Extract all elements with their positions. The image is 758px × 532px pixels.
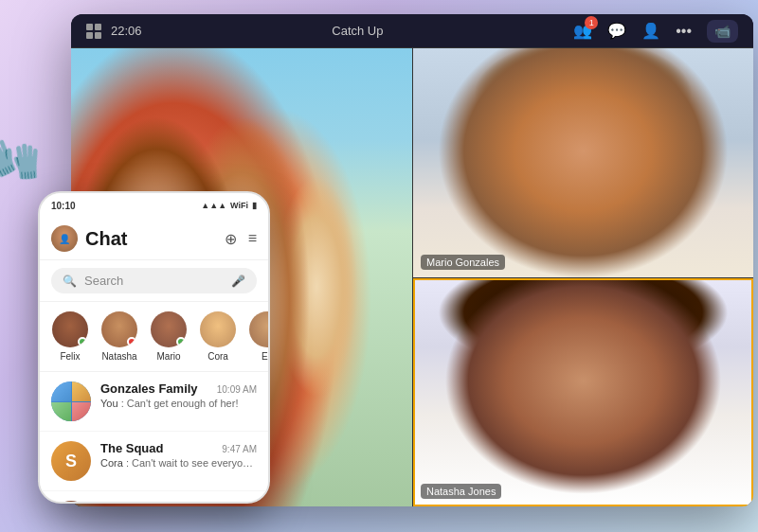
phone-header-icons: ⊕ ≡ <box>225 230 257 248</box>
chat-top-gonzales: Gonzales Family 10:09 AM <box>100 381 257 396</box>
woman-photo <box>413 278 753 506</box>
chat-msg-gonzales: Can't get enough of her! <box>127 398 239 409</box>
phone-title-row: 👤 Chat <box>51 225 127 252</box>
chat-content-mario: Mario Gonzales Yesterday Will pick up pi… <box>100 501 257 504</box>
titlebar-time: 22:06 <box>111 24 142 38</box>
contacts-row: Felix Natasha Mario Cora Eri <box>40 302 268 372</box>
notification-badge: 1 <box>585 16 598 29</box>
mario-status <box>176 337 186 346</box>
contact-er[interactable]: Eri <box>248 311 268 362</box>
chat-time-gonzales: 10:09 AM <box>217 384 257 395</box>
chat-preview-gonzales: You : Can't get enough of her! <box>100 398 257 409</box>
grid-icon[interactable] <box>86 24 101 39</box>
man-photo <box>413 48 753 277</box>
chat-item-gonzales[interactable]: Gonzales Family 10:09 AM You : Can't get… <box>40 372 268 432</box>
contact-avatar-natasha <box>101 311 137 347</box>
participant-name-natasha: Natasha Jones <box>421 484 501 499</box>
contact-name-natasha: Natasha <box>101 351 136 362</box>
compose-icon[interactable]: ⊕ <box>225 230 237 248</box>
titlebar-right: 👥 1 💬 👤 ••• 📹 <box>573 20 738 43</box>
participant-name-mario: Mario Gonzales <box>421 255 505 270</box>
search-box[interactable]: 🔍 Search 🎤 <box>51 268 257 293</box>
phone-search: 🔍 Search 🎤 <box>40 260 268 302</box>
battery-icon: ▮ <box>252 201 257 210</box>
video-top-right: Mario Gonzales <box>412 48 753 277</box>
chat-item-squad[interactable]: S The Squad 9:47 AM Cora : Can't wait to… <box>40 432 268 491</box>
chat-sender-gonzales: You <box>100 398 118 409</box>
chat-time-squad: 9:47 AM <box>222 444 257 454</box>
chat-sender-squad: Cora <box>100 457 123 469</box>
video-bottom-right: Natasha Jones <box>412 277 753 506</box>
chat-name-gonzales: Gonzales Family <box>100 381 198 396</box>
chat-top-squad: The Squad 9:47 AM <box>100 441 257 455</box>
chat-avatar-mario <box>51 501 91 504</box>
chat-top-mario: Mario Gonzales Yesterday <box>100 501 257 504</box>
phone-time: 10:10 <box>51 201 76 211</box>
chat-list: Gonzales Family 10:09 AM You : Can't get… <box>40 372 268 504</box>
chat-msg-squad: Can't wait to see everyone! <box>132 457 257 469</box>
search-icon: 🔍 <box>63 275 77 288</box>
titlebar: 22:06 Catch Up 👥 1 💬 👤 ••• 📹 <box>71 14 753 48</box>
video-icon[interactable]: 📹 <box>707 20 738 43</box>
mic-icon[interactable]: 🎤 <box>231 275 245 288</box>
contact-avatar-mario <box>151 311 187 347</box>
contact-mario[interactable]: Mario <box>150 311 188 362</box>
phone-header: 👤 Chat ⊕ ≡ <box>40 218 268 260</box>
mobile-phone: 10:10 ▲▲▲ WiFi ▮ 👤 Chat ⊕ ≡ 🔍 Search 🎤 <box>38 191 270 504</box>
chat-content-squad: The Squad 9:47 AM Cora : Can't wait to s… <box>100 441 257 469</box>
contact-cora[interactable]: Cora <box>199 311 237 362</box>
contact-avatar-er <box>249 311 268 347</box>
chat-avatar-squad: S <box>51 441 91 481</box>
felix-status <box>78 337 87 346</box>
user-avatar[interactable]: 👤 <box>51 225 78 252</box>
search-placeholder: Search <box>84 274 224 288</box>
titlebar-left: 22:06 <box>86 24 142 39</box>
natasha-status <box>127 337 136 346</box>
emoji-clap: 🧤 <box>0 127 48 193</box>
chat-icon[interactable]: 💬 <box>607 22 626 40</box>
app-title: Chat <box>85 228 127 250</box>
contact-avatar-felix <box>52 311 88 347</box>
chat-content-gonzales: Gonzales Family 10:09 AM You : Can't get… <box>100 381 257 409</box>
chat-preview-squad: Cora : Can't wait to see everyone! <box>100 457 257 469</box>
phone-statusbar: 10:10 ▲▲▲ WiFi ▮ <box>40 193 268 218</box>
profile-icon[interactable]: 👤 <box>641 22 660 40</box>
chat-name-mario: Mario Gonzales <box>100 501 191 504</box>
more-options-icon[interactable]: ••• <box>676 23 692 40</box>
wifi-icon: WiFi <box>230 201 248 210</box>
contact-name-felix: Felix <box>60 351 80 362</box>
contact-name-er: Eri <box>262 351 268 362</box>
chat-name-squad: The Squad <box>100 441 163 455</box>
chat-avatar-gonzales <box>51 381 91 421</box>
contact-felix[interactable]: Felix <box>51 311 89 362</box>
window-title: Catch Up <box>332 24 383 38</box>
status-right: ▲▲▲ WiFi ▮ <box>201 201 257 210</box>
contact-name-cora: Cora <box>208 351 228 362</box>
signal-icon: ▲▲▲ <box>201 201 226 210</box>
contact-avatar-cora <box>200 311 236 347</box>
contact-natasha[interactable]: Natasha <box>100 311 138 362</box>
people-icon[interactable]: 👥 1 <box>573 22 592 40</box>
chat-item-mario-dm[interactable]: Mario Gonzales Yesterday Will pick up pi… <box>40 491 268 504</box>
contact-name-mario: Mario <box>156 351 180 362</box>
filter-icon[interactable]: ≡ <box>248 230 257 248</box>
